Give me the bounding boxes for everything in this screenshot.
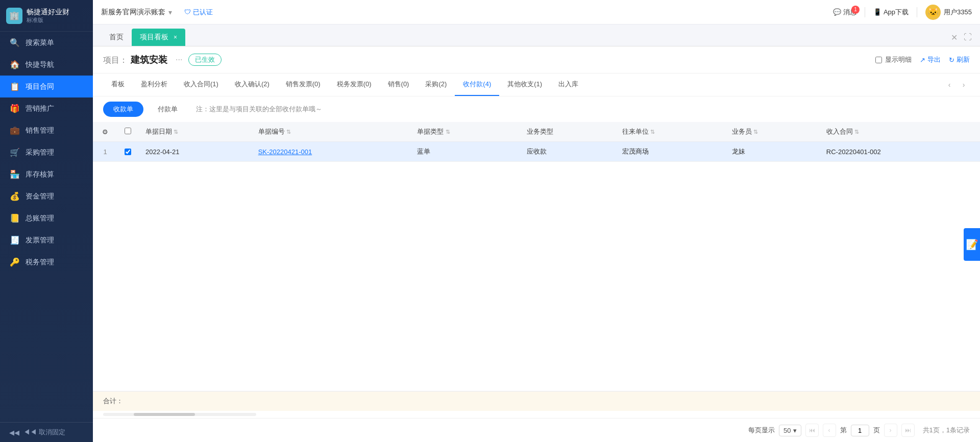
shield-icon: 🛡 xyxy=(184,8,191,16)
inner-tab-note: 注：这里是与项目关联的全部收付款单哦～ xyxy=(196,105,322,114)
row-select-checkbox[interactable] xyxy=(125,149,131,155)
column-partner[interactable]: 往来单位 xyxy=(615,122,725,142)
user-label: 用户3355 xyxy=(944,8,972,17)
scroll-track xyxy=(103,413,256,416)
column-settings-button[interactable]: ⚙ xyxy=(93,122,117,142)
sidebar-item-purchase-mgmt[interactable]: 🛒 采购管理 xyxy=(0,141,93,163)
sidebar-item-label: 项目合同 xyxy=(26,82,54,91)
column-date[interactable]: 单据日期 xyxy=(138,122,251,142)
sidebar-item-finance[interactable]: 💰 资金管理 xyxy=(0,185,93,207)
last-page-button[interactable]: ⏭ xyxy=(901,424,915,437)
row-checkbox-cell[interactable] xyxy=(117,142,138,162)
page-label: 第 xyxy=(840,426,847,435)
row-date: 2022-04-21 xyxy=(138,142,251,162)
sidebar-unpin-button[interactable]: ◀◀ ◀◀ 取消固定 xyxy=(0,422,93,442)
sidebar-item-label: 发票管理 xyxy=(26,236,54,245)
per-page-selector[interactable]: 50 ▾ xyxy=(779,425,801,436)
chevron-down-icon: ▾ xyxy=(168,8,172,16)
prev-page-button[interactable]: ‹ xyxy=(823,424,836,437)
row-number[interactable]: SK-20220421-001 xyxy=(251,142,410,162)
receipt-tab-button[interactable]: 收款单 xyxy=(103,102,143,117)
sub-tab-profit[interactable]: 盈利分析 xyxy=(133,73,176,96)
sub-tab-kanban[interactable]: 看板 xyxy=(103,73,133,96)
cert-label: 已认证 xyxy=(193,8,213,17)
show-detail-checkbox[interactable]: 显示明细 xyxy=(875,55,912,64)
sub-tabs: 看板 盈利分析 收入合同(1) 收入确认(2) 销售发票(0) 税务发票(0) … xyxy=(93,73,980,96)
purchase-icon: 🛒 xyxy=(9,148,20,157)
column-type[interactable]: 单据类型 xyxy=(410,122,520,142)
topbar: 新服务官网演示账套 ▾ 🛡 已认证 💬 消息 1 📱 App下载 🐱 用 xyxy=(93,0,980,24)
tax-icon: 🔑 xyxy=(9,257,20,267)
sidebar-logo: 🏢 畅捷通好业财 标准版 xyxy=(0,0,93,32)
sub-tab-prev-button[interactable]: ‹ xyxy=(943,79,955,91)
sub-tab-sales-invoice[interactable]: 销售发票(0) xyxy=(278,73,329,96)
row-salesman: 龙妹 xyxy=(725,142,819,162)
tab-close-icon[interactable]: × xyxy=(174,34,177,41)
export-button[interactable]: ↗ 导出 xyxy=(920,55,941,64)
tab-bar: 首页 项目看板 × ✕ ⛶ xyxy=(93,24,980,46)
sub-tab-receipt[interactable]: 收付款(4) xyxy=(455,73,499,96)
window-maximize-button[interactable]: ⛶ xyxy=(964,33,972,42)
home-tab-label: 首页 xyxy=(109,33,124,41)
account-selector[interactable]: 新服务官网演示账套 ▾ xyxy=(101,8,172,17)
feedback-button[interactable]: 📝 xyxy=(964,228,980,261)
sub-tab-other-expense[interactable]: 其他收支(1) xyxy=(499,73,550,96)
more-options-button[interactable]: ··· xyxy=(176,55,182,64)
sub-tab-stock[interactable]: 出入库 xyxy=(550,73,586,96)
payment-tab-button[interactable]: 付款单 xyxy=(148,102,188,117)
sidebar-item-invoice[interactable]: 🧾 发票管理 xyxy=(0,229,93,251)
inner-tab-bar: 收款单 付款单 注：这里是与项目关联的全部收付款单哦～ xyxy=(93,96,980,122)
page-suffix: 页 xyxy=(873,426,880,435)
table-row: 1 2022-04-21 SK-20220421-001 蓝单 xyxy=(93,142,980,162)
sidebar-item-quick-nav[interactable]: 🏠 快捷导航 xyxy=(0,54,93,76)
sub-tab-income-contract[interactable]: 收入合同(1) xyxy=(176,73,227,96)
sidebar-item-search[interactable]: 🔍 搜索菜单 xyxy=(0,32,93,54)
sidebar-item-ledger[interactable]: 📒 总账管理 xyxy=(0,207,93,229)
per-page-value: 50 xyxy=(783,427,791,434)
column-salesman[interactable]: 业务员 xyxy=(725,122,819,142)
sidebar-item-label: 采购管理 xyxy=(26,148,54,157)
sidebar-item-label: 营销推广 xyxy=(26,104,54,113)
page-container: 项目：建筑安装 ··· 已生效 显示明细 ↗ 导出 ↻ 刷新 xyxy=(93,46,980,442)
user-menu[interactable]: 🐱 用户3355 xyxy=(925,5,972,20)
message-button[interactable]: 💬 消息 1 xyxy=(833,8,856,17)
refresh-button[interactable]: ↻ 刷新 xyxy=(949,55,970,64)
next-page-button[interactable]: › xyxy=(884,424,897,437)
export-label: 导出 xyxy=(927,55,941,64)
window-close-button[interactable]: ✕ xyxy=(951,33,958,42)
tab-home[interactable]: 首页 xyxy=(101,29,132,46)
sidebar-item-label: 搜索菜单 xyxy=(26,38,54,47)
sub-tab-income-confirm[interactable]: 收入确认(2) xyxy=(227,73,278,96)
sub-tab-purchase[interactable]: 采购(2) xyxy=(417,73,455,96)
tab-project-board[interactable]: 项目看板 × xyxy=(132,29,185,46)
content-area: 首页 项目看板 × ✕ ⛶ 项目：建筑安装 ··· 已生效 xyxy=(93,24,980,442)
sidebar-item-sales-mgmt[interactable]: 💼 销售管理 xyxy=(0,119,93,141)
sidebar-item-project-contract[interactable]: 📋 项目合同 xyxy=(0,76,93,97)
home-icon: 🏠 xyxy=(9,60,20,69)
export-icon: ↗ xyxy=(920,56,925,64)
horizontal-scroll[interactable] xyxy=(93,411,980,418)
scroll-thumb[interactable] xyxy=(134,413,195,416)
sidebar-item-tax[interactable]: 🔑 税务管理 xyxy=(0,251,93,273)
column-number[interactable]: 单据编号 xyxy=(251,122,410,142)
sub-tab-next-button[interactable]: › xyxy=(958,79,970,91)
page-title: 项目：建筑安装 xyxy=(103,54,167,66)
document-number-link[interactable]: SK-20220421-001 xyxy=(258,148,312,156)
ledger-icon: 📒 xyxy=(9,213,20,223)
project-icon: 📋 xyxy=(9,82,20,91)
table-container: ⚙ 单据日期 单据编号 单据类型 业务类型 往来单位 业务员 收入合同 xyxy=(93,122,980,391)
sidebar-item-inventory[interactable]: 🏪 库存核算 xyxy=(0,163,93,185)
page-number-input[interactable] xyxy=(851,425,869,436)
sidebar-item-marketing[interactable]: 🎁 营销推广 xyxy=(0,97,93,119)
show-detail-input[interactable] xyxy=(875,57,882,63)
sub-tab-sales[interactable]: 销售(0) xyxy=(380,73,418,96)
select-all-checkbox[interactable] xyxy=(125,128,131,134)
app-download-button[interactable]: 📱 App下载 xyxy=(873,8,909,17)
sub-tab-tax-invoice[interactable]: 税务发票(0) xyxy=(329,73,380,96)
first-page-button[interactable]: ⏮ xyxy=(805,424,819,437)
page-header: 项目：建筑安装 ··· 已生效 显示明细 ↗ 导出 ↻ 刷新 xyxy=(93,46,980,73)
row-type: 蓝单 xyxy=(410,142,520,162)
column-income-contract[interactable]: 收入合同 xyxy=(819,122,980,142)
column-biz-type: 业务类型 xyxy=(520,122,615,142)
search-icon: 🔍 xyxy=(9,38,20,47)
